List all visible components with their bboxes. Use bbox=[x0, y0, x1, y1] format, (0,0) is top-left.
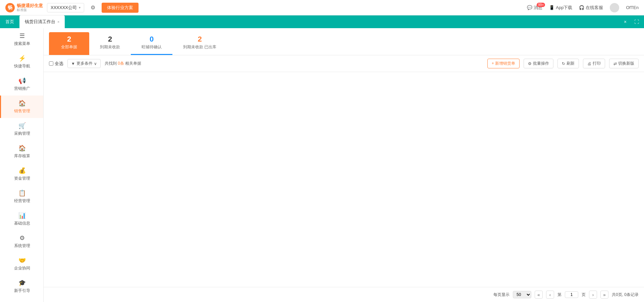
tab-expand-icon[interactable]: ⛶ bbox=[633, 18, 641, 26]
stat-tab-unshipped[interactable]: 2 到期未收款 已出库 bbox=[172, 32, 227, 55]
pagination-bar: 每页显示 50 10 20 100 « ‹ 第 页 › » 共0页, 0条记录 bbox=[44, 287, 644, 302]
app-download-action[interactable]: 📱 App下载 bbox=[549, 5, 572, 11]
message-icon: 💬 bbox=[527, 5, 532, 10]
sidebar-label-capital-mgmt: 资金管理 bbox=[14, 176, 30, 181]
add-sales-order-button[interactable]: + 新增销货单 bbox=[487, 59, 520, 68]
sidebar-item-quick-nav[interactable]: ⚡ 快捷导航 bbox=[0, 51, 43, 73]
sidebar-item-beginner-guide[interactable]: 🎓 新手引导 bbox=[0, 275, 43, 298]
sidebar-item-operations-mgmt[interactable]: 📋 经营管理 bbox=[0, 185, 43, 208]
sidebar-label-inventory: 库存核算 bbox=[14, 153, 30, 159]
page-number-input[interactable] bbox=[565, 291, 578, 298]
found-suffix: 相关单据 bbox=[125, 61, 141, 66]
logo-text-sub: 标准版 bbox=[17, 8, 43, 12]
tab-collapse-icon[interactable]: × bbox=[621, 18, 629, 26]
first-page-button[interactable]: « bbox=[535, 291, 543, 299]
sidebar: ☰ 搜索菜单 ⚡ 快捷导航 📢 营销推广 🏠 销售管理 🛒 采购管理 🏠 库存核… bbox=[0, 28, 44, 302]
sidebar-item-enterprise-collab[interactable]: 🤝 企业协同 bbox=[0, 253, 43, 275]
last-page-button[interactable]: » bbox=[600, 291, 608, 299]
toolbar-right: + 新增销货单 ⚙ 批量操作 ↻ 刷新 🖨 打印 ⇄ 切换新版 bbox=[487, 59, 639, 68]
print-icon: 🖨 bbox=[587, 61, 591, 66]
select-all-label: 全选 bbox=[55, 61, 63, 67]
prev-page-button[interactable]: ‹ bbox=[546, 291, 554, 299]
page-label: 第 bbox=[557, 292, 561, 298]
switch-version-button[interactable]: ⇄ 切换新版 bbox=[609, 59, 639, 68]
print-button[interactable]: 🖨 打印 bbox=[583, 59, 605, 68]
app-download-label: App下载 bbox=[556, 5, 572, 11]
sales-mgmt-icon: 🏠 bbox=[18, 100, 26, 107]
online-service-action[interactable]: 🎧 在线客服 bbox=[579, 5, 603, 11]
sidebar-label-sales-mgmt: 销售管理 bbox=[14, 108, 30, 114]
header-left: 畅 畅捷通好生意 标准版 XXXXXX公司 ▾ ⚙ 体验行业方案 bbox=[5, 3, 139, 13]
sidebar-item-basic-info[interactable]: 📊 基础信息 bbox=[0, 208, 43, 230]
batch-icon: ⚙ bbox=[528, 61, 532, 66]
sidebar-label-marketing: 营销推广 bbox=[14, 86, 30, 92]
tab-bar-actions: × ⛶ bbox=[621, 18, 644, 26]
stat-count-overdue: 2 bbox=[108, 35, 112, 44]
headset-icon: 🎧 bbox=[579, 5, 584, 10]
beginner-guide-icon: 🎓 bbox=[18, 279, 26, 287]
sidebar-item-search-menu[interactable]: ☰ 搜索菜单 bbox=[0, 28, 43, 51]
marketing-icon: 📢 bbox=[18, 77, 26, 84]
chevron-down-icon: ▾ bbox=[79, 6, 80, 9]
operations-mgmt-icon: 📋 bbox=[18, 189, 26, 197]
top-header: 畅 畅捷通好生意 标准版 XXXXXX公司 ▾ ⚙ 体验行业方案 💬 消息 99… bbox=[0, 0, 644, 15]
switch-label: 切换新版 bbox=[618, 61, 634, 66]
refresh-button[interactable]: ↻ 刷新 bbox=[557, 59, 579, 68]
per-page-select[interactable]: 50 10 20 100 bbox=[513, 291, 531, 298]
content-area: 2 全部单据 2 到期未收款 0 旺辅待确认 2 到期未收款 已出库 全选 bbox=[44, 28, 644, 302]
sidebar-item-app-center[interactable]: 📦 应用中心 bbox=[0, 298, 43, 302]
stat-label-overdue: 到期未收款 bbox=[100, 44, 120, 50]
user-name: OfTEn bbox=[626, 5, 639, 10]
tab-cash-work[interactable]: 钱货日清工作台 × bbox=[19, 15, 65, 28]
sidebar-item-capital-mgmt[interactable]: 💰 资金管理 bbox=[0, 163, 43, 185]
filter-label: 更多条件 bbox=[76, 61, 93, 66]
logo-icon: 畅 bbox=[5, 3, 15, 12]
purchase-mgmt-icon: 🛒 bbox=[18, 122, 26, 129]
stat-label-wangpu: 旺辅待确认 bbox=[142, 44, 162, 50]
sidebar-item-marketing[interactable]: 📢 营销推广 bbox=[0, 73, 43, 96]
capital-mgmt-icon: 💰 bbox=[18, 167, 26, 174]
sidebar-item-system-mgmt[interactable]: ⚙ 系统管理 bbox=[0, 230, 43, 253]
sidebar-label-beginner-guide: 新手引导 bbox=[14, 288, 30, 294]
stat-tab-all[interactable]: 2 全部单据 bbox=[49, 32, 89, 55]
company-selector[interactable]: XXXXXX公司 ▾ bbox=[47, 3, 84, 12]
stat-label-unshipped: 到期未收款 已出库 bbox=[183, 44, 216, 50]
sidebar-item-inventory[interactable]: 🏠 库存核算 bbox=[0, 140, 43, 163]
stat-tab-wangpu[interactable]: 0 旺辅待确认 bbox=[131, 32, 172, 55]
stat-tab-overdue[interactable]: 2 到期未收款 bbox=[89, 32, 131, 55]
select-all-checkbox[interactable]: 全选 bbox=[49, 61, 63, 67]
tab-home[interactable]: 首页 bbox=[0, 15, 19, 28]
stat-count-all: 2 bbox=[67, 35, 71, 44]
table-area bbox=[44, 72, 644, 287]
messages-action[interactable]: 💬 消息 99+ bbox=[527, 5, 542, 11]
tab-cash-work-label: 钱货日清工作台 bbox=[25, 19, 55, 25]
quick-nav-icon: ⚡ bbox=[18, 55, 26, 62]
filter-button[interactable]: ▼ 更多条件 ∨ bbox=[67, 59, 101, 68]
tab-close-icon[interactable]: × bbox=[57, 20, 59, 24]
sidebar-label-search-menu: 搜索菜单 bbox=[14, 41, 30, 47]
per-page-label: 每页显示 bbox=[493, 292, 509, 298]
select-all-input[interactable] bbox=[49, 61, 53, 66]
stat-label-all: 全部单据 bbox=[61, 44, 77, 50]
avatar[interactable] bbox=[610, 3, 619, 12]
tab-bar: 首页 钱货日清工作台 × × ⛶ bbox=[0, 15, 644, 28]
sidebar-label-basic-info: 基础信息 bbox=[14, 221, 30, 226]
header-right: 💬 消息 99+ 📱 App下载 🎧 在线客服 OfTEn bbox=[527, 3, 639, 12]
search-menu-icon: ☰ bbox=[19, 32, 25, 40]
sidebar-item-sales-mgmt[interactable]: 🏠 销售管理 bbox=[0, 96, 43, 118]
trial-button[interactable]: 体验行业方案 bbox=[102, 3, 139, 13]
stat-count-wangpu: 0 bbox=[150, 35, 154, 44]
switch-icon: ⇄ bbox=[613, 61, 617, 66]
sidebar-label-purchase-mgmt: 采购管理 bbox=[14, 131, 30, 136]
toolbar: 全选 ▼ 更多条件 ∨ 共找到 0条 相关单据 + 新增销货单 ⚙ 批量操作 bbox=[44, 55, 644, 72]
sidebar-label-system-mgmt: 系统管理 bbox=[14, 243, 30, 249]
company-name: XXXXXX公司 bbox=[51, 5, 77, 11]
sidebar-label-operations-mgmt: 经营管理 bbox=[14, 198, 30, 204]
sidebar-item-purchase-mgmt[interactable]: 🛒 采购管理 bbox=[0, 118, 43, 140]
logo-text-main: 畅捷通好生意 bbox=[17, 3, 43, 8]
settings-icon[interactable]: ⚙ bbox=[88, 3, 98, 12]
stats-tabs: 2 全部单据 2 到期未收款 0 旺辅待确认 2 到期未收款 已出库 bbox=[44, 28, 644, 55]
next-page-button[interactable]: › bbox=[589, 291, 597, 299]
batch-operation-button[interactable]: ⚙ 批量操作 bbox=[524, 59, 553, 68]
print-label: 打印 bbox=[593, 61, 601, 66]
